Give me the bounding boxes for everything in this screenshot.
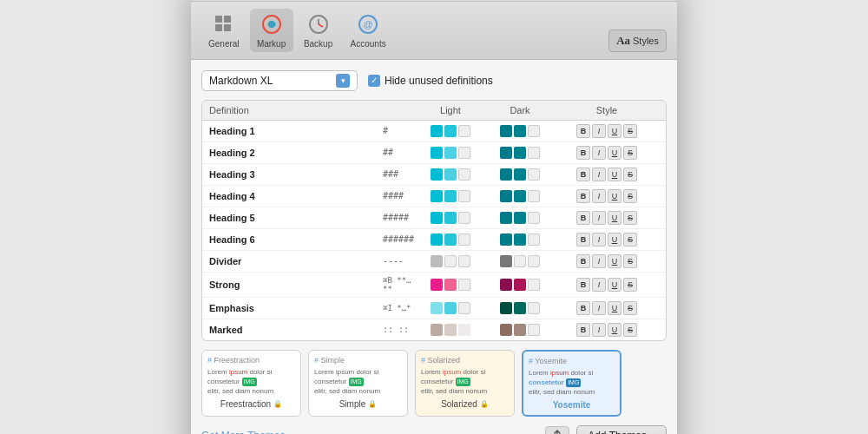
bold-button[interactable]: B <box>576 254 590 268</box>
swatch[interactable] <box>444 233 457 246</box>
swatch[interactable] <box>458 190 470 202</box>
underline-button[interactable]: U <box>608 301 621 315</box>
swatch[interactable] <box>514 190 526 202</box>
swatch[interactable] <box>500 190 512 202</box>
strikethrough-button[interactable]: S <box>623 211 637 225</box>
bold-button[interactable]: B <box>576 124 590 138</box>
swatch[interactable] <box>528 302 540 314</box>
swatch[interactable] <box>444 212 457 224</box>
share-button[interactable] <box>545 426 569 434</box>
italic-button[interactable]: I <box>592 146 606 160</box>
italic-button[interactable]: I <box>592 254 606 268</box>
swatch[interactable] <box>514 125 526 137</box>
underline-button[interactable]: U <box>608 254 621 268</box>
swatch[interactable] <box>514 302 526 314</box>
italic-button[interactable]: I <box>592 278 606 292</box>
swatch[interactable] <box>458 212 470 224</box>
bold-button[interactable]: B <box>576 168 590 181</box>
bold-button[interactable]: B <box>576 233 590 247</box>
strikethrough-button[interactable]: S <box>623 233 637 247</box>
swatch[interactable] <box>500 147 512 159</box>
italic-button[interactable]: I <box>592 301 606 315</box>
strikethrough-button[interactable]: S <box>623 301 637 315</box>
swatch[interactable] <box>431 125 443 137</box>
swatch[interactable] <box>514 212 526 224</box>
theme-card-solarized[interactable]: # Solarized Lorem ipsum dolor si consete… <box>415 350 515 418</box>
swatch[interactable] <box>514 147 526 159</box>
swatch[interactable] <box>431 168 443 181</box>
italic-button[interactable]: I <box>592 323 606 337</box>
underline-button[interactable]: U <box>608 189 621 203</box>
swatch[interactable] <box>444 190 457 202</box>
bold-button[interactable]: B <box>576 211 590 225</box>
swatch[interactable] <box>444 168 457 181</box>
toolbar-item-accounts[interactable]: @ Accounts <box>344 9 393 52</box>
swatch[interactable] <box>431 255 443 267</box>
swatch[interactable] <box>458 233 470 246</box>
swatch[interactable] <box>458 125 470 137</box>
italic-button[interactable]: I <box>592 233 606 247</box>
swatch[interactable] <box>500 212 512 224</box>
swatch[interactable] <box>431 190 443 202</box>
bold-button[interactable]: B <box>576 189 590 203</box>
italic-button[interactable]: I <box>592 189 606 203</box>
swatch[interactable] <box>500 324 512 336</box>
underline-button[interactable]: U <box>608 146 621 160</box>
swatch[interactable] <box>500 233 512 246</box>
swatch[interactable] <box>500 168 512 181</box>
swatch[interactable] <box>444 324 457 336</box>
swatch[interactable] <box>528 233 540 246</box>
bold-button[interactable]: B <box>576 278 590 292</box>
swatch[interactable] <box>528 168 540 181</box>
swatch[interactable] <box>528 147 540 159</box>
italic-button[interactable]: I <box>592 211 606 225</box>
italic-button[interactable]: I <box>592 168 606 181</box>
strikethrough-button[interactable]: S <box>623 146 637 160</box>
strikethrough-button[interactable]: S <box>623 168 637 181</box>
swatch[interactable] <box>514 279 526 291</box>
bold-button[interactable]: B <box>576 146 590 160</box>
underline-button[interactable]: U <box>608 233 621 247</box>
swatch[interactable] <box>514 233 526 246</box>
swatch[interactable] <box>444 147 457 159</box>
swatch[interactable] <box>458 147 470 159</box>
swatch[interactable] <box>528 125 540 137</box>
swatch[interactable] <box>500 279 512 291</box>
add-themes-button[interactable]: Add Themes... <box>576 425 667 434</box>
swatch[interactable] <box>431 233 443 246</box>
underline-button[interactable]: U <box>608 323 621 337</box>
swatch[interactable] <box>500 125 512 137</box>
theme-card-simple[interactable]: # Simple Lorem ipsum dolor si consetetur… <box>308 350 408 418</box>
hide-unused-checkbox[interactable]: ✓ <box>368 75 380 87</box>
toolbar-item-general[interactable]: General <box>201 9 247 52</box>
swatch[interactable] <box>444 125 457 137</box>
swatch[interactable] <box>431 147 443 159</box>
theme-card-yosemite[interactable]: # Yosemite Lorem ipsum dolor si consetet… <box>522 350 621 418</box>
underline-button[interactable]: U <box>608 124 621 138</box>
swatch[interactable] <box>444 302 457 314</box>
swatch[interactable] <box>458 168 470 181</box>
swatch[interactable] <box>458 255 470 267</box>
bold-button[interactable]: B <box>576 323 590 337</box>
strikethrough-button[interactable]: S <box>623 124 637 138</box>
swatch[interactable] <box>528 212 540 224</box>
strikethrough-button[interactable]: S <box>623 278 637 292</box>
theme-card-freestraction[interactable]: # Freestraction Lorem ipsum dolor si con… <box>201 350 301 418</box>
underline-button[interactable]: U <box>608 278 621 292</box>
strikethrough-button[interactable]: S <box>623 254 637 268</box>
swatch[interactable] <box>514 168 526 181</box>
swatch[interactable] <box>500 255 512 267</box>
swatch[interactable] <box>431 212 443 224</box>
toolbar-item-backup[interactable]: Backup <box>297 9 340 52</box>
swatch[interactable] <box>528 324 540 336</box>
swatch[interactable] <box>528 190 540 202</box>
underline-button[interactable]: U <box>608 168 621 181</box>
theme-dropdown[interactable]: Markdown XL ▾ <box>201 70 358 91</box>
swatch[interactable] <box>431 302 443 314</box>
underline-button[interactable]: U <box>608 211 621 225</box>
toolbar-item-markup[interactable]: Markup <box>250 9 293 52</box>
swatch[interactable] <box>514 324 526 336</box>
swatch[interactable] <box>444 255 457 267</box>
italic-button[interactable]: I <box>592 124 606 138</box>
swatch[interactable] <box>528 255 540 267</box>
